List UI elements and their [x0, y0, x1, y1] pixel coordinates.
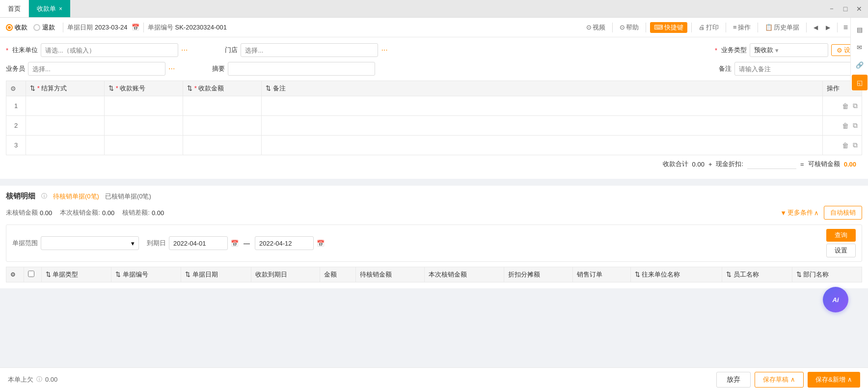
store-more-icon[interactable]: ··· — [381, 46, 387, 54]
quota-label: 本单上欠 — [8, 375, 33, 384]
settlement-cell-1[interactable] — [26, 96, 105, 116]
note-field: 备注 — [719, 62, 862, 76]
range-select[interactable]: ▾ — [41, 236, 139, 250]
verify-info-icon[interactable]: ⓘ — [41, 192, 47, 200]
verify-stats: 未核销金额 0.00 本次核销金额: 0.00 核销差额: 0.00 ▼ 更多条… — [6, 206, 862, 220]
amount-cell-3[interactable] — [183, 136, 262, 155]
refund-radio-dot — [33, 24, 40, 31]
save-draft-button[interactable]: 保存草稿 ∧ — [755, 372, 804, 388]
staff-input[interactable] — [28, 62, 165, 76]
store-input[interactable] — [241, 43, 378, 57]
select-all-checkbox[interactable] — [28, 271, 34, 277]
settlement-cell-2[interactable] — [26, 116, 105, 136]
delete-row-3-button[interactable]: 🗑 — [842, 141, 849, 149]
customer-more-icon[interactable]: ··· — [181, 46, 188, 54]
calendar-from-icon[interactable]: 📅 — [231, 240, 239, 247]
calendar-to-icon[interactable]: 📅 — [317, 240, 325, 247]
copy-row-1-button[interactable]: ⧉ — [853, 102, 858, 110]
abandon-button[interactable]: 放弃 — [716, 372, 751, 388]
nav-left-button[interactable]: ◀ — [811, 23, 821, 32]
info-icon-footer[interactable]: ⓘ — [36, 375, 42, 384]
help-button[interactable]: ⊙ 帮助 — [617, 22, 642, 33]
number-sort[interactable]: ⇅ — [115, 271, 121, 278]
customer-label: 往来单位 — [12, 46, 38, 55]
amount-sort[interactable]: ⇅ — [187, 84, 192, 92]
query-button[interactable]: 查询 — [826, 229, 856, 242]
remark-cell-3[interactable] — [262, 136, 823, 155]
note-input[interactable] — [734, 62, 862, 76]
pending-tab[interactable]: 待核销单据(0笔) — [53, 192, 99, 201]
staff-more-icon[interactable]: ··· — [168, 65, 175, 73]
checkbox-th[interactable] — [24, 267, 42, 282]
maximize-button[interactable]: □ — [841, 4, 850, 14]
staff-sort-bottom[interactable]: ⇅ — [726, 271, 732, 278]
refund-radio[interactable]: 退款 — [33, 23, 55, 32]
date-sort[interactable]: ⇅ — [185, 271, 190, 278]
filter-settings-button[interactable]: 设置 — [826, 244, 856, 257]
remark-cell-2[interactable] — [262, 116, 823, 136]
unverified-label: 未核销金额 — [6, 208, 38, 217]
account-cell-3[interactable] — [105, 136, 183, 155]
remark-sort[interactable]: ⇅ — [266, 84, 271, 92]
auto-writeoff-button[interactable]: 自动核销 — [824, 206, 862, 220]
home-tab-label: 首页 — [8, 4, 21, 13]
type-sort[interactable]: ⇅ — [46, 271, 51, 278]
gear-th-bottom[interactable]: ⚙ — [6, 267, 24, 282]
filter-actions-right: ▼ 更多条件 ∧ 自动核销 — [780, 206, 862, 220]
more-filter-button[interactable]: ▼ 更多条件 ∧ — [780, 208, 819, 217]
remark-cell-1[interactable] — [262, 96, 823, 116]
gear-th[interactable]: ⚙ — [6, 81, 26, 96]
business-type-required: * — [715, 47, 717, 54]
account-sort[interactable]: ⇅ — [108, 84, 114, 92]
settlement-cell-3[interactable] — [26, 136, 105, 155]
customer-sort-bottom[interactable]: ⇅ — [635, 271, 640, 278]
operate-icon: ≡ — [733, 24, 737, 31]
store-sort-bottom[interactable]: ⇅ — [796, 271, 802, 278]
nav-right-button[interactable]: ▶ — [823, 23, 833, 32]
store-label: 门店 — [225, 46, 238, 55]
panel-link-button[interactable]: 🔗 — [852, 57, 868, 73]
pending-th: 待核销金额 — [356, 267, 425, 282]
date-from-input[interactable] — [169, 236, 228, 250]
shortcut-button[interactable]: ⌨ 快捷键 — [650, 22, 687, 33]
date-to-input[interactable] — [255, 236, 314, 250]
gear-icon: ⚙ — [837, 47, 842, 54]
history-button[interactable]: 📋 历史单据 — [762, 22, 802, 33]
ai-badge[interactable]: Ai — [823, 287, 848, 312]
settlement-sort[interactable]: ⇅ — [30, 84, 35, 92]
print-button[interactable]: 🖨 打印 — [696, 22, 722, 33]
minimize-button[interactable]: － — [827, 4, 837, 14]
panel-table-button[interactable]: ▤ — [852, 22, 868, 37]
panel-camera-button[interactable]: ◱ — [852, 75, 868, 90]
discount-input[interactable] — [747, 159, 796, 169]
receipt-radio[interactable]: 收款 — [6, 23, 27, 32]
customer-input[interactable] — [41, 43, 178, 57]
summary-input[interactable] — [228, 62, 375, 76]
amount-cell-2[interactable] — [183, 116, 262, 136]
copy-row-3-button[interactable]: ⧉ — [853, 141, 858, 149]
calendar-icon[interactable]: 📅 — [132, 24, 139, 31]
tab-close-icon[interactable]: × — [59, 5, 62, 12]
account-cell-1[interactable] — [105, 96, 183, 116]
store-th-bottom: ⇅ 部门名称 — [792, 267, 862, 282]
done-tab[interactable]: 已核销单据(0笔) — [105, 192, 151, 201]
tab-collection[interactable]: 收款单 × — [29, 0, 70, 17]
date-value[interactable]: 2023-03-24 — [95, 24, 128, 31]
copy-row-2-button[interactable]: ⧉ — [853, 121, 858, 130]
video-button[interactable]: ⊙ 视频 — [583, 22, 608, 33]
delete-row-2-button[interactable]: 🗑 — [842, 122, 849, 130]
delete-row-1-button[interactable]: 🗑 — [842, 102, 849, 110]
business-type-select[interactable]: 预收款 ▾ — [750, 43, 828, 57]
amount-cell-1[interactable] — [183, 96, 262, 116]
account-cell-2[interactable] — [105, 116, 183, 136]
row-num-2: 2 — [6, 116, 26, 136]
operate-button[interactable]: ≡ 操作 — [730, 22, 754, 33]
toolbar: 收款 退款 单据日期 2023-03-24 📅 单据编号 SK-20230324… — [0, 18, 868, 37]
close-button[interactable]: ✕ — [854, 4, 864, 14]
layout-1-button[interactable]: ≡ — [841, 22, 850, 33]
save-new-button[interactable]: 保存&新增 ∧ — [808, 372, 860, 388]
divider-4 — [646, 23, 646, 32]
tab-home[interactable]: 首页 — [0, 0, 29, 17]
panel-mail-button[interactable]: ✉ — [852, 39, 868, 55]
chevron-down-icon: ▾ — [775, 47, 779, 54]
